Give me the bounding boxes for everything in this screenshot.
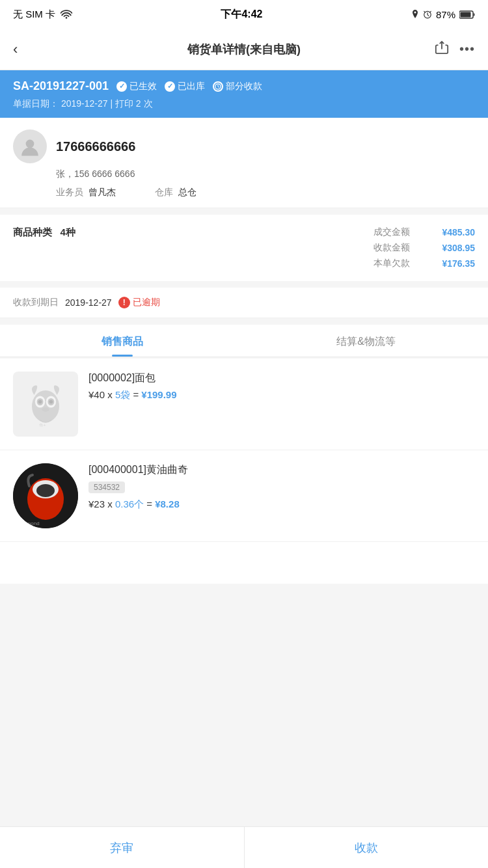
due-label: 收款到期日 (13, 297, 59, 308)
svg-text:diamond: diamond (20, 521, 40, 526)
warehouse-label: 仓库 (155, 187, 173, 198)
deal-amount-label: 成交金额 (373, 226, 410, 238)
svg-point-5 (32, 390, 59, 422)
status-right: 87% (411, 9, 475, 20)
status-left: 无 SIM 卡 (13, 8, 72, 21)
product-qty-cookies: 0.36个 (115, 498, 144, 509)
order-header-banner: SA-20191227-001 ✓ 已生效 ✓ 已出库 部分收款 单据日期： 2… (0, 70, 488, 118)
product-info-bread: [0000002]面包 ¥40 x 5袋 = ¥199.99 (88, 372, 475, 401)
overdue-text: 已逾期 (133, 297, 160, 308)
customer-meta: 业务员 曾凡杰 仓库 总仓 (13, 187, 475, 198)
category-count: 4种 (61, 226, 75, 237)
product-qty-bread: 5袋 (115, 389, 130, 400)
svg-point-10 (38, 400, 42, 404)
location-icon (411, 10, 419, 19)
stats-section: 商品种类 4种 成交金额 ¥485.30 收款金额 ¥308.95 本单欠款 ¥… (0, 215, 488, 281)
print-count: 2 (136, 98, 141, 109)
product-name-bread: [0000002]面包 (88, 372, 475, 385)
product-price-bread: ¥40 x 5袋 = ¥199.99 (88, 389, 475, 401)
debt-amount-row: 本单欠款 ¥176.35 (373, 258, 475, 269)
received-value: ¥308.95 (423, 243, 475, 253)
salesperson-value: 曾凡杰 (88, 187, 116, 198)
list-item: diamond [000400001]黄油曲奇 534532 ¥23 x 0.3… (0, 450, 488, 542)
svg-point-11 (49, 400, 53, 404)
list-item: 鱼+ [0000002]面包 ¥40 x 5袋 = ¥199.99 (0, 359, 488, 450)
received-amount-row: 收款金额 ¥308.95 (373, 242, 475, 254)
nav-bar: ‹ 销货单详情(来自电脑) ••• (0, 29, 488, 70)
order-date: 2019-12-27 (61, 98, 108, 109)
cancel-button[interactable]: 弃审 (0, 827, 245, 868)
print-unit: 次 (144, 98, 153, 109)
product-price-cookies: ¥23 x 0.36个 = ¥8.28 (88, 498, 475, 511)
tab-settlement[interactable]: 结算&物流等 (244, 325, 488, 357)
check-icon-shipped: ✓ (165, 81, 175, 92)
print-separator: | (110, 98, 115, 109)
category-label: 商品种类 (13, 226, 52, 237)
product-total-cookies: ¥8.28 (155, 498, 180, 509)
debt-value: ¥176.35 (423, 258, 475, 269)
product-unit-price-cookies: ¥23 (88, 498, 105, 509)
share-icon[interactable] (435, 40, 449, 58)
svg-point-4 (26, 140, 34, 148)
confirm-button[interactable]: 收款 (245, 827, 489, 868)
warehouse-value: 总仓 (178, 187, 197, 198)
deal-amount-value: ¥485.30 (423, 227, 475, 237)
status-partial: 部分收款 (213, 81, 262, 92)
deal-amount-row: 成交金额 ¥485.30 (373, 226, 475, 238)
svg-text:鱼+: 鱼+ (39, 423, 46, 427)
order-date-row: 单据日期： 2019-12-27 | 打印 2 次 (13, 98, 475, 110)
overdue-icon: ! (118, 297, 130, 308)
tab-settlement-label: 结算&物流等 (336, 336, 396, 347)
product-unit-price-bread: ¥40 (88, 389, 105, 400)
customer-name-phone: 张，156 6666 6666 (13, 169, 475, 180)
due-date-value: 2019-12-27 (65, 297, 112, 308)
product-image-bread: 鱼+ (13, 372, 78, 437)
check-icon-effective: ✓ (116, 81, 127, 92)
warehouse-item: 仓库 总仓 (155, 187, 197, 198)
product-tag-cookies: 534532 (88, 481, 125, 493)
status-effective: ✓ 已生效 (116, 81, 157, 92)
clock-icon (213, 81, 223, 92)
status-time: 下午4:42 (221, 8, 262, 21)
print-label: 打印 (115, 98, 133, 109)
product-multiply-1: x (107, 389, 115, 400)
product-list: 鱼+ [0000002]面包 ¥40 x 5袋 = ¥199.99 (0, 359, 488, 584)
customer-row: 17666666666 (13, 129, 475, 163)
overdue-badge: ! 已逾期 (118, 297, 160, 308)
amount-stats: 成交金额 ¥485.30 收款金额 ¥308.95 本单欠款 ¥176.35 (373, 226, 475, 269)
status-bar: 无 SIM 卡 下午4:42 87% (0, 0, 488, 29)
salesperson-label: 业务员 (56, 187, 83, 198)
due-section: 收款到期日 2019-12-27 ! 已逾期 (0, 288, 488, 318)
product-equals-1: = (133, 389, 141, 400)
product-image-cookies: diamond (13, 463, 78, 528)
order-status-row: SA-20191227-001 ✓ 已生效 ✓ 已出库 部分收款 (13, 79, 475, 93)
received-label: 收款金额 (373, 242, 410, 254)
more-icon[interactable]: ••• (459, 42, 475, 57)
svg-point-12 (42, 407, 49, 412)
product-info-cookies: [000400001]黄油曲奇 534532 ¥23 x 0.36个 = ¥8.… (88, 463, 475, 511)
battery-icon (459, 10, 475, 19)
customer-section: 17666666666 张，156 6666 6666 业务员 曾凡杰 仓库 总… (0, 118, 488, 208)
status-shipped: ✓ 已出库 (165, 81, 205, 92)
debt-label: 本单欠款 (373, 258, 410, 269)
alarm-icon (423, 10, 432, 19)
product-equals-2: = (146, 498, 155, 509)
customer-id: 17666666666 (56, 139, 135, 154)
sim-status: 无 SIM 卡 (13, 8, 55, 21)
product-total-bread: ¥199.99 (141, 389, 176, 400)
wifi-icon (61, 10, 72, 19)
date-label: 单据日期： (13, 98, 59, 109)
tab-products[interactable]: 销售商品 (0, 325, 244, 357)
avatar (13, 129, 47, 163)
page-title: 销货单详情(来自电脑) (187, 42, 301, 57)
bottom-bar: 弃审 收款 (0, 826, 488, 868)
battery-percent: 87% (436, 9, 455, 20)
nav-actions: ••• (435, 40, 475, 58)
salesperson-item: 业务员 曾凡杰 (56, 187, 116, 198)
tabs-bar: 销售商品 结算&物流等 (0, 325, 488, 357)
svg-point-17 (36, 484, 55, 497)
back-button[interactable]: ‹ (8, 36, 23, 63)
svg-rect-2 (460, 12, 470, 17)
order-number: SA-20191227-001 (13, 79, 109, 93)
category-stat: 商品种类 4种 (13, 226, 75, 239)
